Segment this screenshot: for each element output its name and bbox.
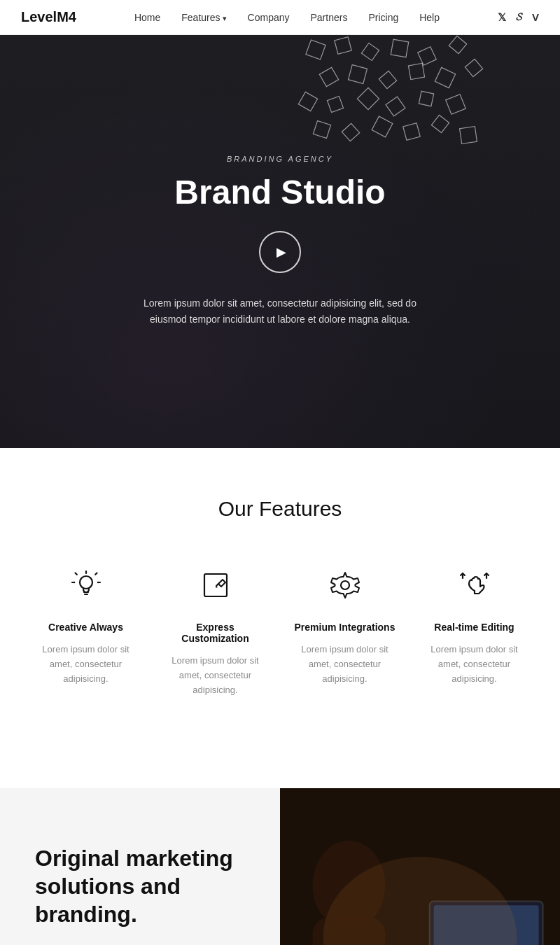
nav-company[interactable]: Company: [248, 12, 290, 23]
feature-creative-name: Creative Always: [48, 622, 123, 633]
feature-integrations: Premium Integrations Lorem ipsum dolor s…: [287, 556, 402, 704]
bulb-icon: [64, 563, 108, 608]
gear-icon: [323, 563, 368, 608]
hero-section: BRANDING AGENCY Brand Studio Lorem ipsum…: [0, 35, 560, 448]
svg-point-36: [341, 581, 349, 589]
svg-point-24: [80, 576, 92, 589]
nav-help[interactable]: Help: [419, 12, 440, 23]
nav-pricing[interactable]: Pricing: [368, 12, 398, 23]
vimeo-icon[interactable]: V: [532, 11, 539, 24]
feature-creative: Creative Always Lorem ipsum dolor sit am…: [28, 556, 144, 704]
nav-links: Home Features Company Partners Pricing H…: [134, 11, 440, 24]
marketing-title: Original marketing solutions and brandin…: [35, 844, 245, 928]
feature-creative-desc: Lorem ipsum dolor sit amet, consectetur …: [35, 643, 136, 686]
feature-realtime: Real-time Editing Lorem ipsum dolor sit …: [416, 556, 532, 704]
nav-partners[interactable]: Partners: [311, 12, 348, 23]
svg-point-33: [97, 582, 98, 583]
brand-logo[interactable]: LevelM4: [21, 9, 76, 25]
features-grid: Creative Always Lorem ipsum dolor sit am…: [28, 556, 532, 704]
svg-line-35: [216, 584, 218, 586]
feature-customization: Express Customization Lorem ipsum dolor …: [158, 556, 273, 704]
marketing-section: Original marketing solutions and brandin…: [0, 788, 560, 945]
marketing-image: [280, 788, 560, 945]
nav-home[interactable]: Home: [134, 12, 160, 23]
hero-subtitle: BRANDING AGENCY: [227, 155, 333, 163]
feature-integrations-desc: Lorem ipsum dolor sit amet, consectetur …: [294, 643, 396, 686]
navbar: LevelM4 Home Features Company Partners P…: [0, 0, 560, 35]
svg-line-29: [95, 573, 97, 575]
social-links: 𝕏 𝓢 V: [498, 11, 539, 24]
hero-title: Brand Studio: [174, 174, 385, 211]
marketing-text: Original marketing solutions and brandin…: [0, 788, 280, 945]
features-title: Our Features: [28, 497, 532, 521]
feature-customization-name: Express Customization: [164, 622, 266, 644]
feature-customization-desc: Lorem ipsum dolor sit amet, consectetur …: [164, 654, 266, 697]
feature-realtime-name: Real-time Editing: [434, 622, 514, 633]
play-button[interactable]: [259, 231, 301, 273]
nav-features[interactable]: Features: [181, 12, 226, 23]
svg-line-28: [75, 573, 76, 575]
features-section: Our Features: [0, 448, 560, 746]
svg-point-32: [73, 582, 74, 583]
edit-icon: [193, 563, 238, 608]
feature-integrations-name: Premium Integrations: [295, 622, 396, 633]
twitter-icon[interactable]: 𝕏: [498, 11, 506, 24]
hero-description: Lorem ipsum dolor sit amet, consectetur …: [133, 295, 427, 329]
skype-icon[interactable]: 𝓢: [516, 11, 522, 24]
feature-realtime-desc: Lorem ipsum dolor sit amet, consectetur …: [424, 643, 525, 686]
hero-content: BRANDING AGENCY Brand Studio Lorem ipsum…: [0, 35, 560, 448]
touch-icon: [452, 563, 497, 608]
